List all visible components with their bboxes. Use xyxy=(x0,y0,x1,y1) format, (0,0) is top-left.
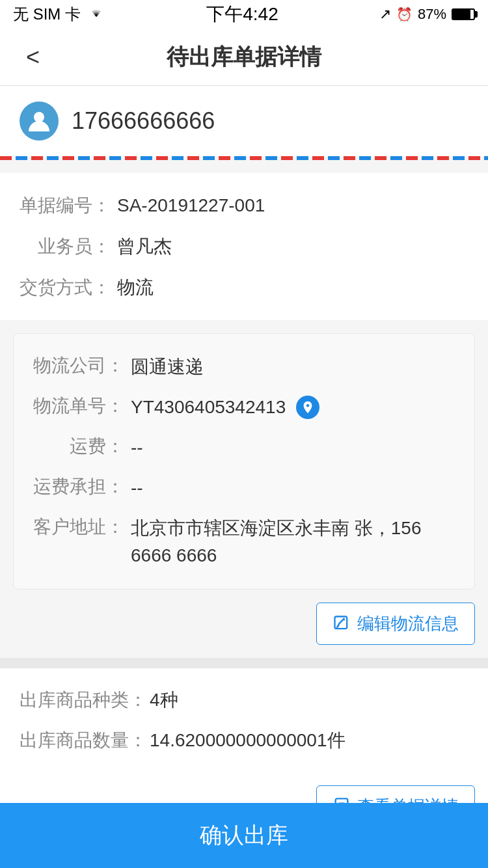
dashed-separator xyxy=(0,156,488,160)
avatar xyxy=(20,102,59,141)
map-pin-icon xyxy=(301,400,315,414)
tracking-value-row: YT4306405342413 xyxy=(131,394,319,421)
edit-logistics-button[interactable]: 编辑物流信息 xyxy=(316,603,475,645)
logistics-company-row: 物流公司： 圆通速递 xyxy=(33,353,455,381)
tracking-label: 物流单号： xyxy=(33,394,131,418)
svg-point-0 xyxy=(34,112,44,122)
status-left: 无 SIM 卡 xyxy=(13,4,105,25)
back-button[interactable]: < xyxy=(20,37,46,77)
logistics-card: 物流公司： 圆通速递 物流单号： YT4306405342413 运费： -- … xyxy=(13,333,475,590)
status-bar: 无 SIM 卡 下午4:42 ↗ ⏰ 87% xyxy=(0,0,488,29)
customer-phone: 17666666666 xyxy=(72,107,215,135)
goods-types-value: 4种 xyxy=(150,688,178,712)
battery-text: 87% xyxy=(418,6,446,23)
freight-bear-value: -- xyxy=(131,474,455,502)
user-avatar-icon xyxy=(26,108,52,134)
goods-types-row: 出库商品种类： 4种 xyxy=(20,688,468,712)
tracking-row: 物流单号： YT4306405342413 xyxy=(33,394,455,421)
delivery-label: 交货方式： xyxy=(20,275,117,300)
wifi-icon xyxy=(87,5,105,23)
tracking-no-value: YT4306405342413 xyxy=(131,394,286,421)
section-divider xyxy=(0,658,488,668)
address-row: 客户地址： 北京市市辖区海淀区永丰南 张，156 6666 6666 xyxy=(33,515,455,569)
address-label: 客户地址： xyxy=(33,515,131,539)
goods-quantity-value: 14.620000000000001件 xyxy=(150,728,346,753)
order-info-section: 单据编号： SA-20191227-001 业务员： 曾凡杰 交货方式： 物流 xyxy=(0,173,488,320)
address-value: 北京市市辖区海淀区永丰南 张，156 6666 6666 xyxy=(131,515,455,569)
salesman-row: 业务员： 曾凡杰 xyxy=(20,234,468,259)
tracking-location-icon[interactable] xyxy=(296,396,319,419)
freight-value: -- xyxy=(131,434,455,461)
status-right: ↗ ⏰ 87% xyxy=(379,6,475,23)
goods-section: 出库商品种类： 4种 出库商品数量： 14.620000000000001件 xyxy=(0,668,488,772)
sim-status: 无 SIM 卡 xyxy=(13,4,81,25)
freight-bear-label: 运费承担： xyxy=(33,474,131,499)
salesman-value: 曾凡杰 xyxy=(117,234,468,259)
confirm-bar[interactable]: 确认出库 xyxy=(0,803,488,868)
page-title: 待出库单据详情 xyxy=(167,42,321,72)
logistics-company-label: 物流公司： xyxy=(33,353,131,378)
content: 17666666666 单据编号： SA-20191227-001 业务员： 曾… xyxy=(0,86,488,868)
delivery-row: 交货方式： 物流 xyxy=(20,275,468,300)
status-time: 下午4:42 xyxy=(206,2,278,27)
freight-bear-row: 运费承担： -- xyxy=(33,474,455,502)
order-no-row: 单据编号： SA-20191227-001 xyxy=(20,193,468,218)
goods-quantity-label: 出库商品数量： xyxy=(20,728,150,753)
freight-row: 运费： -- xyxy=(33,434,455,461)
goods-types-label: 出库商品种类： xyxy=(20,688,150,712)
delivery-value: 物流 xyxy=(117,275,468,300)
edit-icon xyxy=(332,614,351,632)
confirm-button-label: 确认出库 xyxy=(200,821,288,850)
order-no-value: SA-20191227-001 xyxy=(117,193,468,218)
goods-quantity-row: 出库商品数量： 14.620000000000001件 xyxy=(20,728,468,753)
battery-icon xyxy=(452,8,475,20)
alarm-icon: ⏰ xyxy=(396,7,413,22)
freight-label: 运费： xyxy=(33,434,131,459)
logistics-company-value: 圆通速递 xyxy=(131,353,455,381)
salesman-label: 业务员： xyxy=(20,234,117,259)
customer-header: 17666666666 xyxy=(0,86,488,156)
nav-bar: < 待出库单据详情 xyxy=(0,29,488,86)
edit-btn-row: 编辑物流信息 xyxy=(0,603,488,658)
edit-logistics-label: 编辑物流信息 xyxy=(357,612,459,635)
location-status-icon: ↗ xyxy=(379,6,391,23)
order-no-label: 单据编号： xyxy=(20,193,117,218)
